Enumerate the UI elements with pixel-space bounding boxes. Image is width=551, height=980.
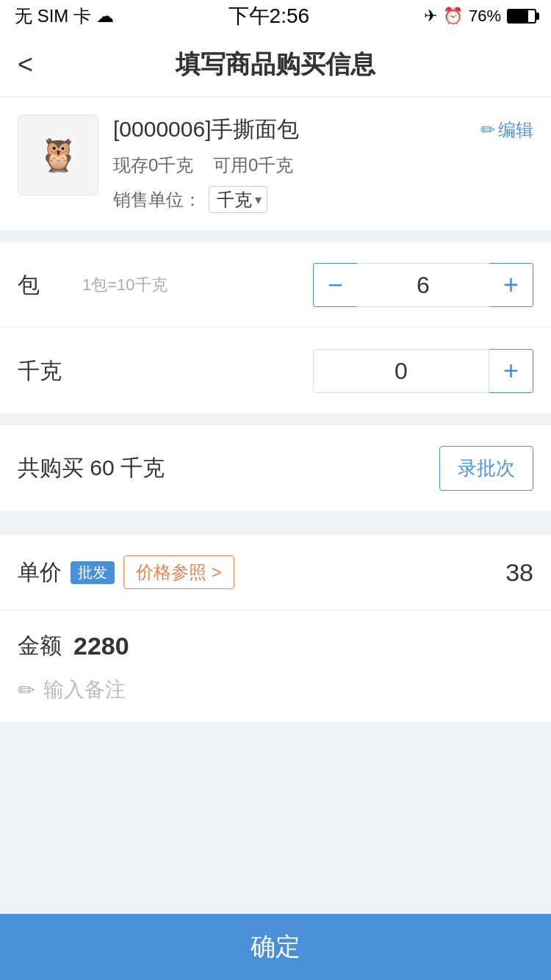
available-label: 可用0千克: [213, 155, 293, 175]
price-reference-button[interactable]: 价格参照 >: [123, 555, 234, 589]
edit-label: 编辑: [498, 118, 533, 142]
product-stock: 现存0千克 可用0千克: [113, 154, 533, 177]
status-time: 下午2:56: [228, 2, 310, 30]
note-row[interactable]: ✏ 输入备注: [18, 676, 533, 704]
status-left: 无 SIM 卡 ☁: [15, 4, 114, 28]
price-label-row: 单价 批发 价格参照 >: [18, 555, 234, 589]
pencil-icon: ✏: [18, 678, 35, 702]
nav-bar: < 填写商品购买信息: [0, 32, 551, 97]
unit-select[interactable]: 千克: [209, 186, 267, 213]
kg-plus-button[interactable]: +: [489, 349, 533, 393]
status-right: ✈ ⏰ 76%: [424, 7, 536, 26]
pack-quantity-input[interactable]: [357, 263, 489, 307]
note-placeholder: 输入备注: [43, 676, 126, 704]
battery-icon: [507, 9, 536, 24]
content: 🦉 [0000006]手撕面包 ✏ 编辑 现存0千克 可用0千克 销售单位：: [0, 97, 551, 942]
kg-quantity-row: 千克 +: [0, 328, 551, 414]
product-name-row: [0000006]手撕面包 ✏ 编辑: [113, 115, 533, 145]
unit-prefix: 销售单位：: [113, 188, 201, 212]
quantity-section: 包 1包=10千克 − + 千克 +: [0, 242, 551, 414]
page-title: 填写商品购买信息: [176, 48, 375, 82]
kg-label: 千克: [18, 356, 76, 386]
price-section: 单价 批发 价格参照 > 38: [0, 535, 551, 610]
pack-plus-button[interactable]: +: [489, 263, 533, 307]
amount-section: 金额 2280 ✏ 输入备注: [0, 610, 551, 721]
amount-value: 2280: [73, 632, 129, 660]
pack-sub-label: 1包=10千克: [82, 274, 313, 296]
amount-label: 金额: [18, 631, 62, 661]
product-name: [0000006]手撕面包: [113, 115, 299, 145]
product-image: 🦉: [18, 115, 98, 195]
price-value: 38: [505, 558, 533, 587]
total-text: 共购买 60 千克: [18, 453, 165, 483]
total-section: 共购买 60 千克 录批次: [0, 425, 551, 511]
pack-minus-button[interactable]: −: [313, 263, 357, 307]
product-card: 🦉 [0000006]手撕面包 ✏ 编辑 现存0千克 可用0千克 销售单位：: [0, 97, 551, 231]
product-thumbnail-icon: 🦉: [38, 136, 79, 174]
back-button[interactable]: <: [18, 49, 33, 80]
amount-row: 金额 2280: [18, 631, 533, 661]
stock-label: 现存0千克: [113, 155, 193, 175]
sim-label: 无 SIM 卡 ☁: [15, 4, 114, 28]
unit-select-wrapper[interactable]: 千克: [209, 186, 267, 213]
pack-quantity-controls: − +: [313, 263, 533, 307]
pack-label: 包: [18, 270, 76, 300]
pack-quantity-row: 包 1包=10千克 − +: [0, 242, 551, 328]
batch-tag: 批发: [71, 561, 115, 584]
bottom-space: [0, 721, 551, 942]
confirm-button[interactable]: 确定: [0, 914, 551, 980]
product-code: [0000006]: [113, 117, 211, 141]
edit-button[interactable]: ✏ 编辑: [480, 118, 533, 142]
edit-icon: ✏: [480, 120, 495, 140]
battery-percent: 76%: [469, 7, 501, 26]
product-unit-row: 销售单位： 千克: [113, 186, 533, 213]
product-title: 手撕面包: [211, 117, 299, 141]
record-batch-button[interactable]: 录批次: [439, 446, 533, 491]
product-info: [0000006]手撕面包 ✏ 编辑 现存0千克 可用0千克 销售单位： 千克: [113, 115, 533, 213]
location-icon: ✈: [424, 7, 437, 26]
price-label: 单价: [18, 558, 62, 588]
kg-quantity-controls: +: [313, 349, 533, 393]
kg-quantity-input[interactable]: [313, 349, 489, 393]
status-bar: 无 SIM 卡 ☁ 下午2:56 ✈ ⏰ 76%: [0, 0, 551, 32]
alarm-icon: ⏰: [443, 7, 463, 26]
